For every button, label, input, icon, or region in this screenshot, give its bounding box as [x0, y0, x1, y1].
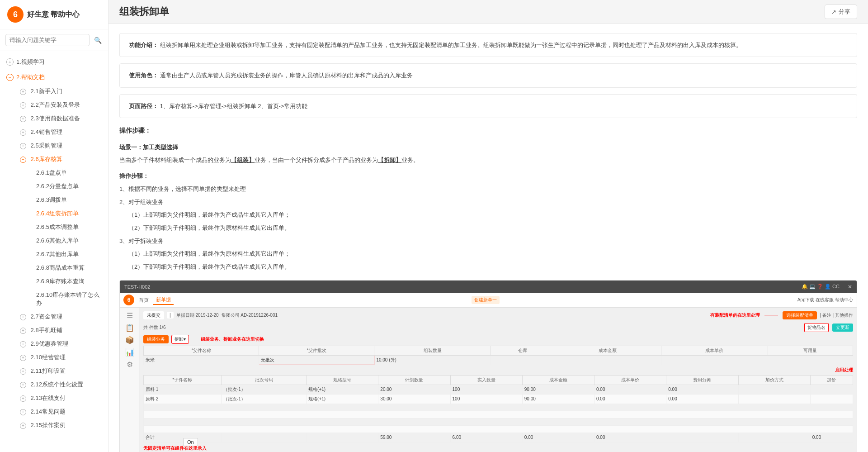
mock-icon-sidebar: ☰ 📋 📦 📊 ⚙	[120, 308, 140, 452]
mock-icon-4: 📊	[120, 346, 139, 358]
mock-icon-5: ⚙	[120, 358, 139, 371]
mock-lower-r2c2: （批次-1）	[221, 394, 306, 404]
step1: 1、根据不同的业务，选择不同单据的类型来处理	[119, 184, 857, 195]
sidebar-item-s25[interactable]: + 2.5采购管理	[16, 139, 108, 152]
expand-icon: +	[6, 58, 14, 66]
mock-lower-col-3: 规格型号	[307, 375, 378, 385]
logo-text: 好生意 帮助中心	[27, 10, 80, 19]
sidebar-item-s269[interactable]: 2.6.9库存账本查询	[33, 275, 108, 288]
sidebar-item-s263[interactable]: 2.6.3调拨单	[33, 193, 108, 207]
mock-footer-label: 合计	[144, 433, 222, 442]
mock-lower-r1c6: 90.00	[522, 385, 594, 394]
step2-2: （2）下部明细为子件明细，最终作为原材料生成其它出库单。	[128, 223, 857, 234]
role-label: 使用角色：	[129, 72, 158, 79]
sidebar-item-docs[interactable]: − 2.帮助文档	[0, 70, 108, 85]
search-button[interactable]: 🔍	[92, 36, 104, 45]
mock-table-footer: 合计 59.00 6.00 0.00 0.00 0.00	[144, 433, 853, 442]
mock-btn-submit[interactable]: |	[167, 312, 174, 319]
mock-lower-r2c10	[810, 394, 853, 404]
mock-icons: 🔔 💻 ❓ 👤 CC	[802, 284, 840, 290]
sidebar-item-s268[interactable]: 2.6.8商品成本重算	[33, 261, 108, 275]
sidebar-label-video: 1.视频学习	[16, 58, 45, 66]
mock-footer-9: 0.00	[810, 433, 853, 442]
sidebar-item-s213[interactable]: + 2.13在线支付	[16, 391, 108, 405]
sidebar-item-s210[interactable]: + 2.10经营管理	[16, 351, 108, 364]
mock-btn-assign[interactable]: 选择装配清单	[783, 311, 817, 319]
mock-lower-col-7: 成本单价	[594, 375, 666, 385]
sidebar-item-s211[interactable]: + 2.11打印设置	[16, 364, 108, 378]
table-row	[144, 404, 853, 411]
share-icon: ↗	[831, 9, 836, 15]
path-block: 页面路径： 1、库存核算->库存管理->组装拆卸单 2、首页->常用功能	[119, 94, 857, 118]
mock-col-4: 仓库	[491, 346, 554, 355]
sidebar-item-s264[interactable]: 2.6.4组装拆卸单	[33, 207, 108, 220]
mock-lower-r1c10	[810, 385, 853, 394]
sidebar-item-s261[interactable]: 2.6.1盘点单	[33, 166, 108, 180]
mock-annotation-2: 组装业务、拆卸业务在这里切换	[201, 336, 264, 343]
sidebar-item-video[interactable]: + 1.视频学习	[0, 55, 108, 69]
sidebar-item-s214[interactable]: + 2.14常见问题	[16, 405, 108, 419]
mock-lower-r2c9	[738, 394, 810, 404]
sidebar-item-s28[interactable]: + 2.8手机旺铺	[16, 324, 108, 337]
share-button[interactable]: ↗ 分享	[825, 5, 857, 19]
search-area: 🔍	[0, 29, 108, 51]
sidebar-item-s26[interactable]: − 2.6库存核算	[16, 152, 108, 166]
mock-lower-col-8: 费用分摊	[666, 375, 738, 385]
sidebar-item-s29[interactable]: + 2.9优惠券管理	[16, 337, 108, 351]
role-text: 通常由生产人员或库管人员完成拆装业务的操作，库管人员确认原材料的出库和产成品的入…	[160, 72, 413, 79]
mock-lower-r1c9	[738, 385, 810, 394]
table-row	[144, 425, 853, 433]
mock-empty-row3	[144, 418, 853, 425]
sidebar-item-s22[interactable]: + 2.2产品安装及登录	[16, 98, 108, 112]
sidebar: 6 好生意 帮助中心 🔍 + 1.视频学习 − 2.帮助文档 + 2.1新手入门	[0, 0, 108, 452]
mock-footer-7	[666, 433, 738, 442]
sidebar-item-s21[interactable]: + 2.1新手入门	[16, 85, 108, 98]
sidebar-item-s212[interactable]: + 2.12系统个性化设置	[16, 378, 108, 391]
sidebar-item-s2610[interactable]: 2.6.10库存账本错了怎么办	[33, 288, 108, 310]
sidebar-item-s23[interactable]: + 2.3使用前数据准备	[16, 112, 108, 125]
mock-icon-2: 📋	[120, 322, 139, 334]
mock-nav-home: 首页	[136, 296, 151, 305]
sidebar-item-s262[interactable]: 2.6.2分量盘点单	[33, 180, 108, 193]
sidebar-item-s265[interactable]: 2.6.5成本调整单	[33, 220, 108, 234]
intro-block: 功能介绍： 组装拆卸单用来处理企业组装或拆卸等加工业务，支持有固定装配清单的产品…	[119, 33, 857, 57]
sidebar-item-s24[interactable]: + 2.4销售管理	[16, 125, 108, 139]
mock-col-2: *父件批次	[259, 346, 374, 355]
mock-main-area: 未提交 | 单据日期 2019-12-20 集团公司 AD-20191226-0…	[140, 308, 857, 452]
mock-tabs-row: 共 件数 1/6 货物品名 立更新	[143, 323, 853, 332]
mock-empty-row2	[144, 411, 853, 418]
on-label: On	[183, 438, 198, 446]
search-input[interactable]	[5, 34, 90, 46]
mock-annotation-4: 无固定清单可在组件在这里录入	[143, 445, 853, 452]
sidebar-item-s267[interactable]: 2.6.7其他出库单	[33, 247, 108, 261]
sidebar-item-s215[interactable]: + 2.15操作案例	[16, 419, 108, 432]
screenshot-container: TEST-H002 🔔 💻 ❓ 👤 CC ✕ 6 首页 新单据 创建新单一 Ap…	[119, 280, 857, 452]
mock-lower-r1c5: 100	[450, 385, 522, 394]
nav-sub-docs: + 2.1新手入门 + 2.2产品安装及登录 + 2.3使用前数据准备 + 2.…	[0, 85, 108, 432]
mock-lower-r2c6: 90.00	[522, 394, 594, 404]
table-row	[144, 411, 853, 418]
mock-col-7: 可用量	[768, 346, 853, 355]
mock-rightbtns: App下载 在线客服 帮助中心	[797, 297, 853, 303]
mock-lower-r2c5: 100	[450, 394, 522, 404]
step2-1: （1）上部明细为父件明细，最终作为产成品生成其它入库单；	[128, 209, 857, 221]
mock-lower-r1c3: 规格(+1)	[307, 385, 378, 394]
mock-footer-2	[307, 433, 378, 442]
main-content: 组装拆卸单 ↗ 分享 功能介绍： 组装拆卸单用来处理企业组装或拆卸等加工业务，支…	[108, 0, 868, 452]
mock-lower-r2c7: 0.00	[594, 394, 666, 404]
mock-cell-cost-amt	[554, 355, 661, 365]
nav-sub-s26: 2.6.1盘点单 2.6.2分量盘点单 2.6.3调拨单 2.6.4组装拆卸单 …	[16, 166, 108, 310]
sidebar-item-s27[interactable]: + 2.7资金管理	[16, 310, 108, 324]
mock-btn-confirm[interactable]: 立更新	[832, 324, 853, 332]
step3-1: （1）上部明细为父件明细，最终作为原材料生成其它出库单；	[128, 248, 857, 260]
mock-btn-save[interactable]: 未提交	[143, 311, 164, 319]
nav-section-1: + 1.视频学习	[0, 55, 108, 69]
mock-form-date: 单据日期 2019-12-20	[176, 312, 219, 319]
mock-lower-col-10: 加价	[810, 375, 853, 385]
sidebar-item-s266[interactable]: 2.6.6其他入库单	[33, 234, 108, 247]
table-row: 原料 1 （批次-1） 规格(+1) 20.00 100 90.00 0.00 …	[144, 385, 853, 394]
intro-text: 组装拆卸单用来处理企业组装或拆卸等加工业务，支持有固定装配清单的产品加工业务，也…	[160, 42, 742, 48]
mock-logo-icon: 6	[123, 295, 134, 305]
mock-col-5: 成本金额	[554, 346, 661, 355]
mock-title-text: TEST-H002	[124, 284, 150, 290]
